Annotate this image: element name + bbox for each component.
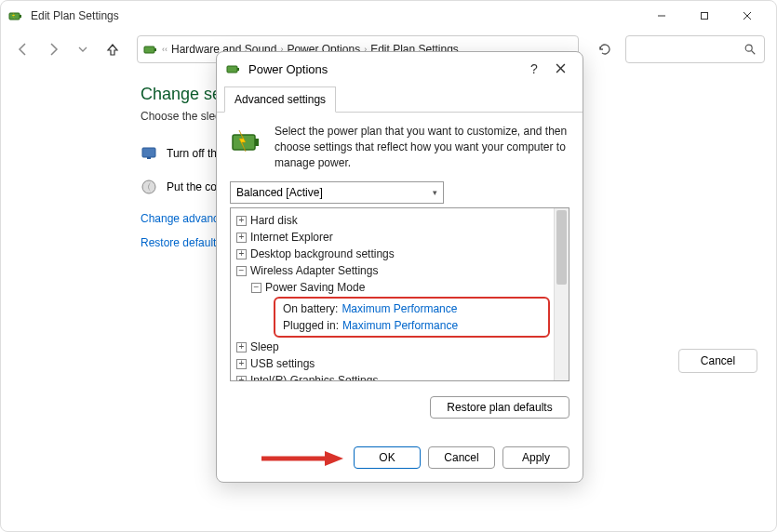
svg-rect-3 bbox=[702, 13, 708, 20]
tree-content[interactable]: +Hard disk +Internet Explorer +Desktop b… bbox=[231, 208, 554, 380]
dialog-titlebar: Power Options ? bbox=[217, 52, 583, 86]
refresh-button[interactable] bbox=[592, 36, 618, 62]
search-input[interactable] bbox=[625, 35, 765, 63]
tree-item-usb[interactable]: +USB settings bbox=[234, 355, 550, 372]
tree-item-wireless[interactable]: −Wireless Adapter Settings bbox=[234, 262, 550, 279]
expand-icon[interactable]: + bbox=[236, 342, 247, 352]
svg-marker-20 bbox=[325, 451, 343, 466]
power-plan-icon bbox=[230, 124, 263, 157]
svg-rect-1 bbox=[20, 15, 21, 18]
dialog-actions: OK Cancel Apply bbox=[217, 419, 583, 482]
tree-item-desktop-bg[interactable]: +Desktop background settings bbox=[234, 246, 550, 262]
nav-back-button[interactable] bbox=[12, 38, 34, 60]
svg-rect-6 bbox=[144, 47, 154, 53]
close-button[interactable] bbox=[726, 1, 769, 31]
expand-icon[interactable]: + bbox=[236, 233, 247, 243]
svg-rect-11 bbox=[147, 157, 151, 159]
dialog-icon bbox=[226, 61, 241, 76]
nav-forward-button[interactable] bbox=[42, 38, 64, 60]
svg-point-8 bbox=[745, 45, 752, 51]
svg-rect-10 bbox=[142, 148, 155, 157]
tree-scrollbar[interactable] bbox=[554, 208, 569, 380]
moon-icon bbox=[141, 179, 157, 195]
restore-defaults-button[interactable]: Restore plan defaults bbox=[430, 396, 569, 419]
nav-dropdown-button[interactable] bbox=[72, 38, 94, 60]
expand-icon[interactable]: + bbox=[236, 249, 247, 259]
dialog-close-button[interactable] bbox=[547, 60, 573, 77]
power-options-icon bbox=[8, 8, 23, 23]
power-options-dialog: Power Options ? Advanced settings Select… bbox=[216, 51, 583, 483]
intro-section: Select the power plan that you want to c… bbox=[230, 124, 569, 170]
tree-item-ie[interactable]: +Internet Explorer bbox=[234, 229, 550, 246]
highlighted-annotation: On battery:Maximum Performance Plugged i… bbox=[274, 297, 550, 338]
svg-point-12 bbox=[142, 180, 155, 193]
expand-icon[interactable]: + bbox=[236, 359, 247, 369]
tab-advanced[interactable]: Advanced settings bbox=[224, 86, 336, 113]
window-title: Edit Plan Settings bbox=[31, 9, 640, 22]
maximize-button[interactable] bbox=[683, 1, 726, 31]
svg-rect-13 bbox=[227, 66, 237, 73]
minimize-button[interactable] bbox=[640, 1, 683, 31]
help-button[interactable]: ? bbox=[521, 61, 547, 76]
chevron-down-icon: ▾ bbox=[433, 188, 437, 197]
collapse-icon[interactable]: − bbox=[236, 266, 247, 276]
svg-rect-7 bbox=[154, 48, 156, 51]
nav-up-button[interactable] bbox=[101, 38, 124, 60]
dialog-title: Power Options bbox=[248, 62, 521, 76]
chevron-icon: ‹‹ bbox=[162, 45, 167, 54]
tab-strip: Advanced settings bbox=[217, 86, 583, 113]
settings-tree: +Hard disk +Internet Explorer +Desktop b… bbox=[230, 207, 569, 381]
dialog-body: Select the power plan that you want to c… bbox=[217, 113, 583, 387]
svg-rect-0 bbox=[9, 13, 20, 20]
breadcrumb-icon bbox=[143, 42, 158, 57]
svg-rect-14 bbox=[237, 68, 239, 71]
page-cancel-button[interactable]: Cancel bbox=[678, 349, 757, 373]
search-icon bbox=[744, 43, 757, 56]
plugged-in-setting[interactable]: Plugged in:Maximum Performance bbox=[275, 317, 543, 334]
tree-item-sleep[interactable]: +Sleep bbox=[234, 339, 550, 355]
restore-row: Restore plan defaults bbox=[217, 387, 583, 419]
tree-item-hard-disk[interactable]: +Hard disk bbox=[234, 212, 550, 229]
intro-text: Select the power plan that you want to c… bbox=[275, 124, 569, 170]
tree-item-intel[interactable]: +Intel(R) Graphics Settings bbox=[234, 372, 550, 380]
svg-line-9 bbox=[752, 51, 756, 55]
titlebar: Edit Plan Settings bbox=[1, 1, 776, 31]
window-controls bbox=[640, 1, 769, 31]
svg-rect-18 bbox=[255, 139, 259, 146]
ok-button[interactable]: OK bbox=[354, 446, 421, 469]
arrow-annotation bbox=[260, 450, 343, 467]
expand-icon[interactable]: + bbox=[236, 216, 247, 226]
scroll-thumb[interactable] bbox=[556, 210, 567, 285]
expand-icon[interactable]: + bbox=[236, 376, 247, 381]
plan-select[interactable]: Balanced [Active] ▾ bbox=[230, 181, 444, 204]
collapse-icon[interactable]: − bbox=[251, 283, 261, 293]
apply-button[interactable]: Apply bbox=[502, 446, 569, 469]
plan-select-value: Balanced [Active] bbox=[236, 186, 323, 199]
cancel-button[interactable]: Cancel bbox=[428, 446, 495, 469]
display-icon bbox=[141, 145, 157, 162]
on-battery-setting[interactable]: On battery:Maximum Performance bbox=[275, 300, 543, 317]
tree-item-power-saving[interactable]: −Power Saving Mode bbox=[234, 279, 550, 296]
